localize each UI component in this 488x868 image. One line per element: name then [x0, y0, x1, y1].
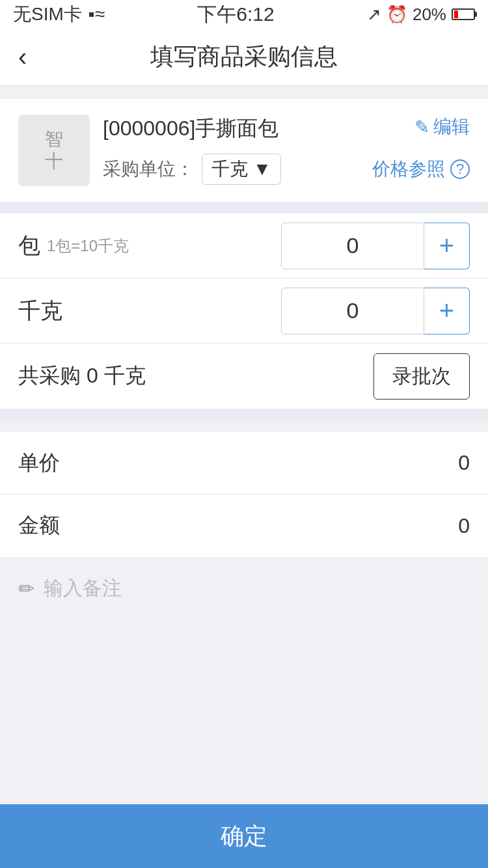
batch-button[interactable]: 录批次 — [373, 353, 470, 400]
product-logo: 智 十 — [45, 128, 63, 172]
unit-price-row: 单价 0 — [0, 432, 488, 495]
wifi-icon: ▪≈ — [88, 4, 105, 25]
question-icon: ? — [450, 159, 470, 179]
unit-price-value: 0 — [458, 451, 470, 475]
battery-fill — [454, 10, 458, 18]
product-info: [0000006]手撕面包 ✎ 编辑 采购单位： 千克 ▼ 价格参照 ? — [103, 115, 470, 185]
plus-icon-2: + — [439, 296, 454, 325]
status-bar: 无SIM卡 ▪≈ 下午6:12 ↗ ⏰ 20% — [0, 0, 488, 29]
summary-text: 共采购 0 千克 — [18, 362, 146, 390]
bag-plus-button[interactable]: + — [424, 223, 470, 269]
page-title: 填写商品采购信息 — [150, 41, 338, 73]
bag-sublabel: 1包=10千克 — [47, 236, 129, 256]
kg-input-row: 千克 + — [0, 278, 488, 344]
section-divider-2 — [0, 409, 488, 420]
dropdown-icon: ▼ — [253, 159, 271, 180]
battery-icon — [452, 8, 475, 20]
edit-icon: ✎ — [414, 116, 429, 138]
summary-row: 共采购 0 千克 录批次 — [0, 344, 488, 409]
amount-row: 金额 0 — [0, 495, 488, 557]
time-label: 下午6:12 — [197, 1, 274, 28]
price-ref-button[interactable]: 价格参照 ? — [372, 157, 470, 182]
edit-button[interactable]: ✎ 编辑 — [414, 115, 470, 139]
confirm-button[interactable]: 确定 — [0, 804, 488, 868]
kg-input[interactable] — [281, 288, 424, 334]
pricing-section: 单价 0 金额 0 — [0, 432, 488, 557]
bag-input-row: 包 1包=10千克 + — [0, 213, 488, 278]
remark-placeholder: 输入备注 — [44, 575, 122, 602]
product-card: 智 十 [0000006]手撕面包 ✎ 编辑 采购单位： 千克 ▼ 价格参照 — [0, 99, 488, 202]
edit-label: 编辑 — [433, 115, 470, 139]
location-icon: ↗ — [367, 5, 381, 25]
unit-price-label: 单价 — [18, 449, 60, 478]
kg-plus-button[interactable]: + — [424, 288, 470, 334]
price-ref-label: 价格参照 — [372, 157, 445, 182]
product-image: 智 十 — [18, 115, 90, 186]
battery-percent: 20% — [413, 5, 446, 25]
alarm-icon: ⏰ — [386, 5, 407, 25]
unit-select[interactable]: 千克 ▼ — [202, 154, 281, 185]
input-section: 包 1包=10千克 + 千克 + — [0, 213, 488, 344]
amount-value: 0 — [458, 514, 470, 538]
nav-bar: ‹ 填写商品采购信息 — [0, 29, 488, 86]
unit-value: 千克 — [211, 157, 248, 182]
status-left: 无SIM卡 ▪≈ — [13, 2, 105, 27]
bag-input[interactable] — [281, 223, 424, 269]
battery-tip — [475, 12, 477, 17]
product-name: [0000006]手撕面包 — [103, 115, 278, 143]
unit-label: 采购单位： — [103, 157, 194, 182]
carrier-label: 无SIM卡 — [13, 2, 82, 27]
amount-label: 金额 — [18, 511, 60, 540]
bag-label: 包 — [18, 231, 40, 261]
product-name-row: [0000006]手撕面包 ✎ 编辑 — [103, 115, 470, 143]
pencil-icon: ✏ — [18, 577, 34, 600]
unit-row: 采购单位： 千克 ▼ 价格参照 ? — [103, 154, 470, 185]
plus-icon: + — [439, 231, 454, 260]
back-button[interactable]: ‹ — [18, 42, 27, 72]
kg-label: 千克 — [18, 296, 62, 326]
status-right: ↗ ⏰ 20% — [367, 5, 475, 25]
remark-row[interactable]: ✏ 输入备注 — [0, 557, 488, 620]
section-divider-1 — [0, 202, 488, 213]
